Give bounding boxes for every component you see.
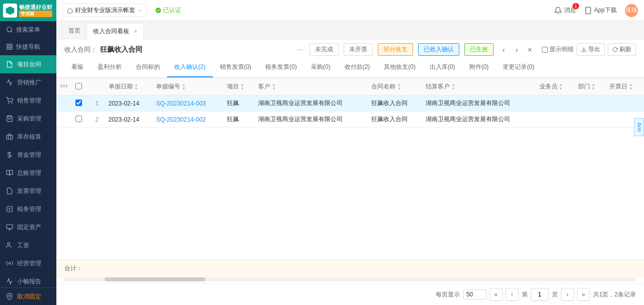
cell-contract: 狂飙收入合同 — [367, 95, 422, 112]
sidebar-item-contract[interactable]: 项目合同 — [0, 55, 56, 73]
svg-point-15 — [8, 243, 10, 245]
next-page-btn[interactable]: › — [561, 288, 574, 301]
svg-point-18 — [9, 295, 11, 297]
status-incomplete[interactable]: 未完成 — [309, 43, 339, 56]
svg-rect-12 — [7, 225, 13, 229]
tab-contract-board[interactable]: 收入合同看板 × — [87, 23, 144, 39]
svg-rect-2 — [7, 44, 9, 46]
prev-page-btn[interactable]: ‹ — [506, 288, 519, 301]
svg-point-16 — [9, 262, 11, 264]
page-input[interactable] — [531, 288, 549, 301]
doc-link-0[interactable]: SQ-20230214-003 — [156, 100, 206, 107]
message-btn[interactable]: 消息 1 — [554, 6, 576, 15]
sub-tab-purchase[interactable]: 采购(0) — [304, 58, 338, 77]
company-selector[interactable]: 好业财专业版演示帐套 — [62, 4, 147, 17]
table-hscroll[interactable] — [56, 277, 644, 283]
th-customer: 客户▲▼ — [254, 78, 367, 95]
status-uninvoiced[interactable]: 未开票 — [344, 43, 373, 56]
cell-index: 1 — [90, 95, 105, 112]
sub-tab-change[interactable]: 变更记录(0) — [496, 58, 541, 77]
sidebar-item-inventory[interactable]: 库存核算 — [0, 128, 56, 146]
arm-btn[interactable]: Arm — [634, 118, 644, 136]
total-info: 共1页，2条记录 — [593, 290, 636, 299]
cell-end-customer: 湖南卫视商业运营发展有限公司 — [422, 112, 535, 128]
status-partial[interactable]: 部分收支 — [378, 43, 413, 56]
first-page-btn[interactable]: « — [490, 288, 503, 301]
row-checkbox-0[interactable] — [75, 99, 82, 106]
per-page-select[interactable]: 20 50 100 — [463, 289, 487, 299]
tab-close-btn[interactable]: × — [134, 28, 137, 34]
sub-tab-target[interactable]: 合同标的 — [129, 58, 167, 77]
export-btn[interactable]: 导出 — [577, 43, 605, 56]
doc-link-1[interactable]: SQ-20230214-002 — [156, 116, 206, 123]
cell-project: 狂飙 — [223, 95, 254, 112]
sub-tab-board[interactable]: 看板 — [64, 58, 91, 77]
cell-date: 2023-02-14 — [105, 112, 152, 128]
show-detail-label: 显示明细 — [549, 45, 574, 54]
sub-tab-tax-invoice[interactable]: 税务发票(0) — [258, 58, 304, 77]
tab-home-label: 首页 — [68, 27, 80, 34]
sidebar-search[interactable]: 搜索菜单 — [0, 21, 56, 38]
sub-tab-revenue[interactable]: 收入确认(2) — [167, 58, 213, 77]
nav-close-btn[interactable]: × — [525, 45, 535, 55]
status-confirmed[interactable]: 已收入确认 — [418, 43, 459, 56]
table-row[interactable]: 2 2023-02-14 SQ-20230214-002 狂飙 湖南卫视商业运营… — [56, 112, 644, 128]
sub-tab-payment[interactable]: 收付款(2) — [338, 58, 377, 77]
table-summary: 合计： — [56, 259, 644, 277]
svg-point-0 — [7, 27, 12, 32]
cell-date: 2023-02-14 — [105, 95, 152, 112]
sidebar-item-inventory-label: 库存核算 — [17, 133, 41, 141]
sidebar-item-report-label: 小畅报告 — [17, 277, 41, 286]
svg-rect-19 — [586, 7, 590, 14]
th-number: 单据编号▲▼ — [152, 78, 223, 95]
sub-tab-profit[interactable]: 盈利分析 — [91, 58, 129, 77]
nav-icon — [5, 42, 14, 51]
select-all-checkbox[interactable] — [75, 83, 82, 89]
status-effective[interactable]: 已生效 — [464, 43, 494, 56]
row-checkbox-1[interactable] — [75, 116, 82, 122]
svg-point-7 — [12, 103, 12, 104]
sidebar-item-ops[interactable]: 经营管理 — [0, 254, 56, 272]
page-suffix: 页 — [552, 290, 558, 299]
last-page-btn[interactable]: » — [577, 288, 590, 301]
app-download-btn[interactable]: App下载 — [584, 6, 617, 15]
nav-prev-btn[interactable]: ‹ — [499, 45, 509, 55]
sidebar-item-sales[interactable]: 销售管理 — [0, 91, 56, 110]
quick-nav[interactable]: 快捷导航 — [0, 38, 56, 55]
sidebar-item-tax[interactable]: 税务管理 — [0, 200, 56, 218]
sidebar-item-accounting[interactable]: 总账管理 — [0, 164, 56, 182]
sidebar-item-hr[interactable]: 工资 — [0, 236, 56, 254]
sub-tab-sales-invoice[interactable]: 销售发票(0) — [213, 58, 259, 77]
sidebar-item-assets[interactable]: 固定资产 — [0, 218, 56, 236]
sales-icon — [5, 96, 14, 105]
sub-tab-warehouse[interactable]: 出入库(0) — [423, 58, 462, 77]
version-badge: 专业版 — [19, 11, 52, 17]
refresh-btn[interactable]: 刷新 — [608, 43, 636, 56]
sidebar-item-contract-label: 项目合同 — [17, 60, 41, 69]
th-index — [90, 78, 105, 95]
sidebar-item-tax-label: 税务管理 — [17, 205, 41, 214]
sidebar-item-accounting-label: 总账管理 — [17, 169, 41, 177]
sidebar-item-report[interactable]: 小畅报告 — [0, 272, 56, 287]
sidebar-item-marketing[interactable]: 营销推广 — [0, 73, 56, 91]
invoice-icon — [5, 186, 14, 195]
user-avatar[interactable]: 珠珠 — [625, 4, 638, 17]
quick-nav-label: 快捷导航 — [16, 43, 40, 51]
dots-btn[interactable]: ··· — [297, 45, 303, 54]
sidebar-item-purchase[interactable]: 采购管理 — [0, 110, 56, 128]
th-settings — [56, 78, 71, 95]
sub-tab-attach[interactable]: 附件(0) — [462, 58, 496, 77]
table-row[interactable]: 1 2023-02-14 SQ-20230214-003 狂飙 湖南卫视商业运营… — [56, 95, 644, 112]
hscroll-thumb[interactable] — [105, 277, 205, 281]
sub-tab-other[interactable]: 其他收支(0) — [377, 58, 423, 77]
pin-icon — [5, 292, 14, 301]
nav-next-btn[interactable]: › — [512, 45, 522, 55]
cell-salesperson — [535, 112, 574, 128]
show-detail-checkbox[interactable] — [542, 47, 548, 53]
tab-home[interactable]: 首页 — [62, 23, 87, 39]
th-project: 项目▲▼ — [223, 78, 254, 95]
sidebar-item-invoice[interactable]: 发票管理 — [0, 182, 56, 200]
sidebar-item-funds[interactable]: 资金管理 — [0, 146, 56, 164]
per-page-label: 每页显示 — [436, 290, 460, 299]
sidebar-bottom-pin[interactable]: 取消固定 — [0, 288, 56, 305]
